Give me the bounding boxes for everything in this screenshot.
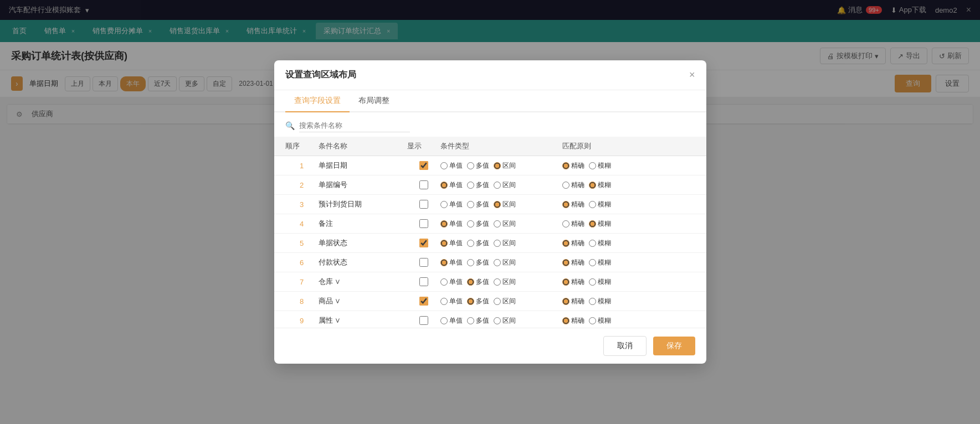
dialog-tab-fields-label: 查询字段设置 bbox=[294, 96, 341, 105]
dialog-tab-fields[interactable]: 查询字段设置 bbox=[285, 90, 350, 112]
dialog-search-container: 🔍 bbox=[274, 112, 706, 131]
dialog-tab-bar: 查询字段设置 布局调整 bbox=[274, 90, 706, 112]
dialog-title: 设置查询区域布局 bbox=[285, 69, 356, 81]
dialog-tab-layout-label: 布局调整 bbox=[358, 96, 389, 105]
search-input[interactable] bbox=[299, 119, 410, 131]
settings-dialog: 设置查询区域布局 × 查询字段设置 布局调整 🔍 顺序 条件名称 显示 条件类型 bbox=[274, 60, 706, 131]
search-icon: 🔍 bbox=[285, 121, 295, 130]
dialog-tab-layout[interactable]: 布局调整 bbox=[350, 90, 398, 112]
modal-overlay: 设置查询区域布局 × 查询字段设置 布局调整 🔍 顺序 条件名称 显示 条件类型 bbox=[0, 0, 980, 131]
dialog-header: 设置查询区域布局 × bbox=[274, 60, 706, 90]
dialog-close-btn[interactable]: × bbox=[689, 69, 695, 81]
